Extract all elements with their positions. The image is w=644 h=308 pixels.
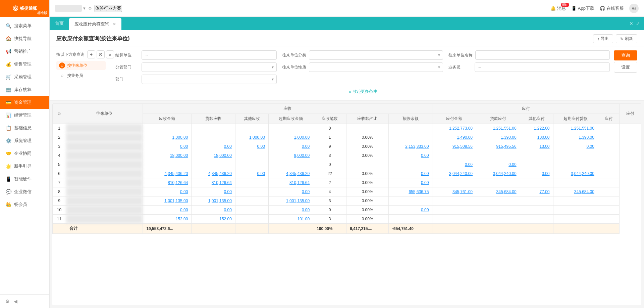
ar-overdue-6[interactable]: 4,345,436.20: [268, 169, 313, 178]
salesperson-input[interactable]: ···: [475, 62, 610, 72]
ar-loan-7[interactable]: 810,126.64: [192, 178, 235, 187]
footer-ar-total[interactable]: 19,553,472.6...: [143, 224, 192, 234]
ar-prepay-8[interactable]: 655,636.75: [388, 187, 432, 196]
collapse-sidebar-icon[interactable]: ◀: [14, 299, 17, 304]
ar-loan-4[interactable]: 18,000.00: [192, 151, 235, 160]
ar-prepay-4[interactable]: 0.00: [388, 151, 432, 160]
settings-button[interactable]: 设置: [614, 62, 637, 73]
ap-loan-2[interactable]: 1,390.00: [476, 133, 520, 142]
ar-overdue-4[interactable]: 9,000.00: [268, 151, 313, 160]
settings-icon[interactable]: ⚙: [5, 299, 10, 304]
tab-expand-btn[interactable]: ⤢: [636, 21, 640, 26]
ar-overdue-2[interactable]: 1,000.00: [268, 133, 313, 142]
filter-collapse-btn[interactable]: «: [106, 50, 114, 58]
ar-overdue-8[interactable]: 0.00: [268, 187, 313, 196]
sidebar-item-wechat[interactable]: 💬企业微信: [0, 185, 49, 198]
collapse-more-btn[interactable]: ∧ 收起更多条件: [115, 87, 610, 96]
ar-loan-9[interactable]: 1,001,135.00: [192, 196, 235, 206]
filter-add-btn[interactable]: +: [87, 50, 95, 58]
ar-amount-9[interactable]: 1,001,135.00: [143, 196, 192, 206]
ar-prepay-10[interactable]: 0.00: [388, 206, 432, 215]
ap-other-8[interactable]: 77.00: [520, 187, 553, 196]
ap-amount-2[interactable]: 1,490.00: [432, 133, 476, 142]
ap-other-6[interactable]: 0.00: [520, 169, 553, 178]
ap-other-3[interactable]: 13.00: [520, 142, 553, 151]
gear-icon[interactable]: ⚙: [88, 6, 92, 11]
dept-input[interactable]: ▾: [142, 75, 277, 84]
ap-loan-5[interactable]: 0.00: [476, 160, 520, 169]
ar-overdue-3[interactable]: 0.00: [268, 142, 313, 151]
ar-loan-6[interactable]: 4,345,436.20: [192, 169, 235, 178]
ap-other-1[interactable]: 1,222.00: [520, 124, 553, 133]
sidebar-item-member[interactable]: 👑畅会员: [0, 198, 49, 211]
refresh-button[interactable]: ↻ 刷新: [616, 34, 637, 43]
sidebar-item-device[interactable]: 📱智能硬件: [0, 173, 49, 185]
ap-overdue-2[interactable]: 1,390.00: [553, 133, 598, 142]
ap-overdue-6[interactable]: 3,044,240.00: [553, 169, 598, 178]
ar-amount-7[interactable]: 810,126.64: [143, 178, 192, 187]
sidebar-item-search-menu[interactable]: 🔍搜索菜单: [0, 19, 49, 32]
ar-overdue-7[interactable]: 810,126.64: [268, 178, 313, 187]
ap-loan-6[interactable]: 3,044,240.00: [476, 169, 520, 178]
ar-prepay-7[interactable]: 0.00: [388, 178, 432, 187]
ar-prepay-3[interactable]: 2,153,333.00: [388, 142, 432, 151]
export-button[interactable]: ↑ 导出: [593, 34, 613, 43]
ar-amount-4[interactable]: 18,000.00: [143, 151, 192, 160]
ap-loan-3[interactable]: 915,495.56: [476, 142, 520, 151]
ap-amount-5[interactable]: 0.00: [432, 160, 476, 169]
ap-amount-6[interactable]: 3,044,240.00: [432, 169, 476, 178]
partner-nature-input[interactable]: ▾: [309, 62, 443, 72]
partner-name-input[interactable]: [475, 50, 610, 60]
sidebar-item-corp[interactable]: 🤝企业协同: [0, 147, 49, 160]
ar-overdue-11[interactable]: 101.00: [268, 215, 313, 224]
sidebar-item-basic[interactable]: 📋基础信息: [0, 122, 49, 134]
ar-prepay-6[interactable]: 0.00: [388, 169, 432, 178]
ar-amount-11[interactable]: 152.00: [143, 215, 192, 224]
ap-loan-1[interactable]: 1,251,551.00: [476, 124, 520, 133]
tab-ar-ap-query[interactable]: 应收应付余额查询 ✕: [69, 18, 121, 30]
ar-other-3[interactable]: 0.00: [235, 142, 268, 151]
ap-loan-8[interactable]: 345,684.00: [476, 187, 520, 196]
footer-ap-total[interactable]: -654,751.40: [388, 224, 432, 234]
ap-overdue-3[interactable]: 0.00: [553, 142, 598, 151]
ar-amount-3[interactable]: 0.00: [143, 142, 192, 151]
ap-amount-1[interactable]: 1,252,773.00: [432, 124, 476, 133]
sidebar-item-sales[interactable]: 💰销售管理: [0, 58, 49, 71]
sidebar-item-capital[interactable]: 💳资金管理: [0, 96, 49, 109]
ar-loan-11[interactable]: 152.00: [192, 215, 235, 224]
sidebar-item-purchase[interactable]: 🛒采购管理: [0, 71, 49, 83]
sidebar-item-guide[interactable]: 🌟新手引导: [0, 160, 49, 173]
user-avatar[interactable]: Rit: [629, 4, 639, 13]
ar-loan-10[interactable]: 0.00: [192, 206, 235, 215]
sidebar-item-marketing[interactable]: 📢营销推广: [0, 45, 49, 58]
ap-amount-3[interactable]: 915,508.56: [432, 142, 476, 151]
ar-amount-10[interactable]: 0.00: [143, 206, 192, 215]
ap-overdue-1[interactable]: 1,251,551.00: [553, 124, 598, 133]
notification-btn[interactable]: 🔔 消息 99+: [550, 5, 566, 11]
filter-settings-btn[interactable]: ⊙: [97, 50, 105, 58]
solution-button[interactable]: 体验行业方案: [95, 5, 122, 12]
ar-other-6[interactable]: 0.00: [235, 169, 268, 178]
sidebar-item-quick-nav[interactable]: 🏠快捷导航: [0, 32, 49, 45]
query-button[interactable]: 查询: [614, 50, 637, 60]
tab-home[interactable]: 首页: [50, 17, 69, 30]
ap-amount-8[interactable]: 345,761.00: [432, 187, 476, 196]
tab-close-icon[interactable]: ✕: [113, 22, 116, 27]
ar-amount-8[interactable]: 0.00: [143, 187, 192, 196]
settlement-unit-input[interactable]: ···: [142, 50, 277, 60]
scheme-by-staff[interactable]: ⊙ 按业务员: [56, 71, 106, 80]
scheme-by-unit[interactable]: ⊙ 按往来单位: [56, 61, 106, 70]
sidebar-item-system[interactable]: ⚙️系统管理: [0, 134, 49, 147]
table-settings-icon[interactable]: ⚙: [57, 112, 61, 116]
ar-overdue-10[interactable]: 0.00: [268, 206, 313, 215]
ar-amount-6[interactable]: 4,345,436.20: [143, 169, 192, 178]
ap-other-2[interactable]: 100.00: [520, 133, 553, 142]
online-service-btn[interactable]: 🎧 在线客服: [600, 5, 624, 11]
partner-category-input[interactable]: ▾: [309, 50, 443, 60]
sidebar-item-inventory[interactable]: 🏢库存核算: [0, 83, 49, 96]
dept-manage-input[interactable]: ▾: [142, 62, 277, 72]
app-download-btn[interactable]: 📱 App下载: [571, 5, 594, 11]
sidebar-item-operation[interactable]: 📊经营管理: [0, 109, 49, 122]
ar-loan-3[interactable]: 0.00: [192, 142, 235, 151]
footer-ar-prepay[interactable]: 6,417,215....: [346, 224, 389, 234]
